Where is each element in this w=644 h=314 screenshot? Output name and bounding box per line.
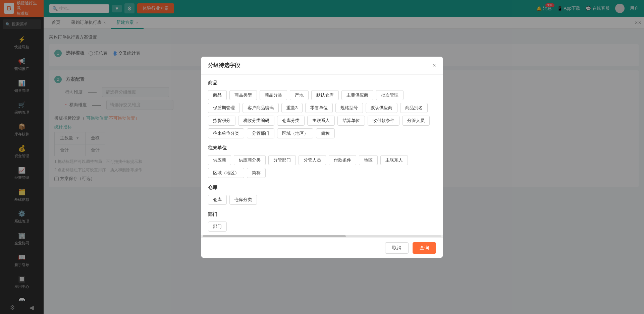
section-goods: 商品 商品 商品类型 商品分类 产地 默认仓库 主要供应商 批次管理 保质期管理… [208,80,436,138]
section-partner: 往来单位 供应商 供应商分类 分管部门 分管人员 付款条件 地区 主联系人 区域… [208,145,436,178]
field-tag-partner-1[interactable]: 供应商分类 [234,155,266,165]
field-tag-goods-8[interactable]: 客户商品编码 [243,103,279,113]
field-tag-goods-23[interactable]: 区域（地区） [277,128,313,138]
field-tag-goods-11[interactable]: 规格型号 [335,103,363,113]
field-tag-goods-7[interactable]: 保质期管理 [208,103,240,113]
field-tag-goods-18[interactable]: 结算单位 [337,116,365,126]
field-tag-goods-21[interactable]: 往来单位分类 [208,128,244,138]
field-tag-goods-13[interactable]: 商品别名 [400,103,428,113]
modal-close-button[interactable]: × [432,62,436,69]
field-tag-partner-2[interactable]: 分管部门 [268,155,296,165]
section-department: 部门 部门 [208,211,436,232]
field-tag-goods-5[interactable]: 主要供应商 [341,90,373,100]
section-department-title: 部门 [208,211,436,217]
field-tag-warehouse-1[interactable]: 仓库分类 [229,195,257,205]
field-tag-goods-3[interactable]: 产地 [290,90,309,100]
section-partner-title: 往来单位 [208,145,436,151]
field-tag-goods-20[interactable]: 分管人员 [402,116,430,126]
field-tag-partner-7[interactable]: 区域（地区） [208,168,244,178]
field-tag-goods-12[interactable]: 默认供应商 [366,103,397,113]
field-tag-partner-4[interactable]: 付款条件 [329,155,356,165]
field-tag-goods-22[interactable]: 分管部门 [247,128,274,138]
modal-confirm-button[interactable]: 查询 [413,242,436,254]
field-tag-goods-19[interactable]: 收付款条件 [368,116,399,126]
field-tag-goods-2[interactable]: 商品分类 [260,90,287,100]
hscroll-track [203,235,441,237]
field-tag-goods-24[interactable]: 简称 [316,128,335,138]
hscroll-thumb [203,235,346,237]
field-tag-partner-6[interactable]: 主联系人 [380,155,408,165]
field-tag-goods-16[interactable]: 仓库分类 [277,116,305,126]
modal-title: 分组待选字段 [208,62,240,69]
modal-header: 分组待选字段 × [201,57,443,75]
section-department-tags: 部门 [208,222,436,232]
field-select-modal: 分组待选字段 × 商品 商品 商品类型 商品分类 产地 默认仓库 主要供 [201,57,443,258]
section-goods-tags: 商品 商品类型 商品分类 产地 默认仓库 主要供应商 批次管理 保质期管理 客户… [208,90,436,138]
field-tag-goods-10[interactable]: 零售单位 [305,103,333,113]
field-tag-partner-8[interactable]: 简称 [247,168,266,178]
field-tag-partner-0[interactable]: 供应商 [208,155,231,165]
field-tag-goods-1[interactable]: 商品类型 [229,90,257,100]
field-tag-warehouse-0[interactable]: 仓库 [208,195,227,205]
field-tag-partner-5[interactable]: 地区 [359,155,378,165]
field-tag-goods-17[interactable]: 主联系人 [307,116,335,126]
modal-hscroll[interactable] [201,235,443,238]
modal-body-scroll[interactable]: 商品 商品 商品类型 商品分类 产地 默认仓库 主要供应商 批次管理 保质期管理… [201,75,443,235]
section-goods-title: 商品 [208,80,436,86]
section-warehouse: 仓库 仓库 仓库分类 [208,185,436,205]
field-tag-partner-3[interactable]: 分管人员 [299,155,326,165]
field-tag-dept-0[interactable]: 部门 [208,222,227,232]
field-tag-goods-15[interactable]: 税收分类编码 [238,116,274,126]
field-tag-goods-6[interactable]: 批次管理 [376,90,404,100]
field-tag-goods-0[interactable]: 商品 [208,90,227,100]
section-partner-tags: 供应商 供应商分类 分管部门 分管人员 付款条件 地区 主联系人 区域（地区） … [208,155,436,178]
modal-cancel-button[interactable]: 取消 [385,242,409,254]
field-tag-goods-14[interactable]: 拣货积分 [208,116,235,126]
field-tag-goods-9[interactable]: 重量3 [281,103,303,113]
modal-footer: 取消 查询 [201,238,443,258]
field-tag-goods-4[interactable]: 默认仓库 [311,90,339,100]
section-warehouse-tags: 仓库 仓库分类 [208,195,436,205]
modal-overlay: 分组待选字段 × 商品 商品 商品类型 商品分类 产地 默认仓库 主要供 [0,0,644,314]
section-warehouse-title: 仓库 [208,185,436,191]
